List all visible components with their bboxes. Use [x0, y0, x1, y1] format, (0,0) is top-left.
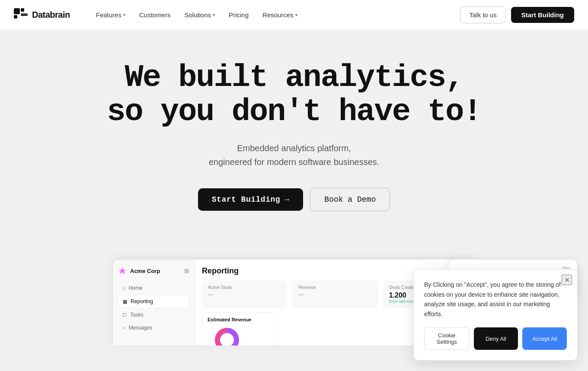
sidebar-item-reporting[interactable]: ▦ Reporting: [118, 295, 189, 308]
chart-card-title: Estimated Revenue: [208, 317, 270, 322]
chevron-down-icon: ▾: [213, 13, 215, 17]
navbar: Databrain Features ▾ Customers Solutions…: [0, 0, 588, 30]
chevron-down-icon: ▾: [123, 13, 125, 17]
stat-label: Revenue: [298, 285, 371, 290]
start-building-nav-button[interactable]: Start Building: [511, 7, 574, 23]
brand-name: Databrain: [32, 10, 70, 20]
sidebar-brand-name: Acme Corp: [130, 268, 160, 274]
hero-buttons: Start Building → Book a Demo: [198, 188, 390, 211]
cookie-text: By Clicking on "Accept", you agree to th…: [424, 280, 567, 319]
logo[interactable]: Databrain: [14, 8, 70, 22]
sidebar-item-tasks[interactable]: ☐ Tasks: [118, 309, 189, 321]
book-demo-button[interactable]: Book a Demo: [310, 188, 390, 211]
nav-links: Features ▾ Customers Solutions ▾ Pricing…: [91, 8, 460, 22]
svg-rect-1: [21, 8, 24, 12]
cookie-buttons: Cookie Settings Deny All Accept All: [424, 327, 567, 350]
nav-actions: Talk to us Start Building: [460, 6, 574, 23]
close-cookie-banner-button[interactable]: ✕: [562, 275, 572, 285]
accept-all-button[interactable]: Accept All: [522, 327, 567, 350]
home-icon: ⌂: [122, 285, 125, 291]
sidebar-logo: Acme Corp ⊞: [118, 266, 189, 275]
talk-button[interactable]: Talk to us: [460, 6, 505, 23]
arrow-right-icon: →: [284, 195, 289, 204]
start-building-hero-button[interactable]: Start Building →: [198, 188, 304, 211]
sidebar-item-home[interactable]: ⌂ Home: [118, 282, 189, 294]
svg-rect-0: [14, 8, 20, 14]
sidebar-item-messages[interactable]: ○ Messages: [118, 322, 189, 334]
chevron-down-icon: ▾: [295, 13, 297, 17]
nav-item-resources[interactable]: Resources ▾: [257, 8, 303, 22]
stat-value: —: [208, 292, 281, 298]
nav-item-customers[interactable]: Customers: [134, 8, 176, 22]
estimated-revenue-card: Estimated Revenue: [202, 312, 275, 346]
hero-subtitle: Embedded analytics platform, engineered …: [209, 141, 380, 169]
nav-item-solutions[interactable]: Solutions ▾: [179, 8, 220, 22]
deny-all-button[interactable]: Deny All: [474, 327, 518, 350]
svg-rect-2: [14, 15, 17, 19]
cookie-settings-button[interactable]: Cookie Settings: [424, 327, 470, 350]
messages-icon: ○: [122, 325, 125, 330]
tasks-icon: ☐: [122, 312, 127, 318]
nav-item-features[interactable]: Features ▾: [91, 8, 131, 22]
nav-item-pricing[interactable]: Pricing: [224, 8, 254, 22]
reporting-icon: ▦: [123, 299, 127, 304]
hero-title: We built analytics, so you don't have to…: [107, 61, 481, 129]
sidebar-menu-icon: ⊞: [184, 267, 189, 274]
stat-label: Active Deals: [208, 285, 281, 290]
acme-brand-icon: [118, 266, 127, 275]
svg-rect-3: [21, 13, 28, 16]
stat-value: —: [298, 292, 371, 298]
dashboard-sidebar: Acme Corp ⊞ ⌂ Home ▦ Reporting ☐ Tasks ○…: [113, 260, 195, 346]
hero-section: We built analytics, so you don't have to…: [0, 0, 588, 259]
cookie-banner: ✕ By Clicking on "Accept", you agree to …: [413, 269, 578, 361]
stat-card-revenue: Revenue —: [292, 281, 377, 308]
stat-card-active-deals: Active Deals —: [202, 281, 287, 308]
databrain-logo-icon: [14, 8, 28, 22]
donut-chart: [208, 325, 246, 346]
